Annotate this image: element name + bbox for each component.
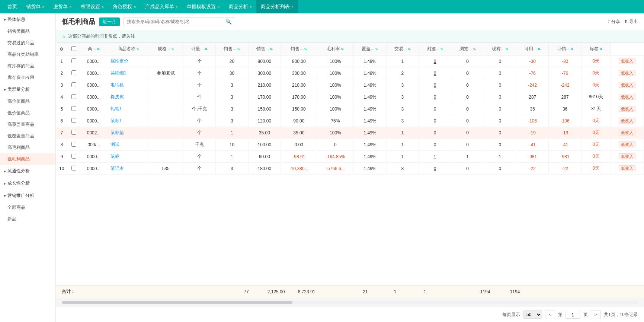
row-trade[interactable]: 0 [419, 67, 451, 79]
sidebar-item-low-coverage[interactable]: 低覆盖量商品 [0, 130, 55, 142]
nav-home[interactable]: 首页 [3, 0, 22, 13]
row-checkbox[interactable] [68, 115, 80, 127]
row-select-checkbox[interactable] [71, 58, 76, 63]
row-trade[interactable]: 0 [419, 115, 451, 127]
sidebar-item-low-value[interactable]: 低价值商品 [0, 107, 55, 119]
close-icon[interactable]: × [102, 4, 104, 9]
col-sale-amount[interactable]: 销售...⇅ [281, 43, 317, 55]
sidebar-item-high-margin[interactable]: 高毛利商品 [0, 142, 55, 153]
nav-product-analysis[interactable]: 商品分析 × [224, 0, 256, 13]
sidebar-item-low-margin[interactable]: 低毛利商品 [0, 153, 55, 165]
row-checkbox[interactable] [68, 55, 80, 67]
close-icon[interactable]: × [176, 4, 178, 9]
row-name[interactable]: 属性定价 [108, 55, 148, 67]
row-checkbox[interactable] [68, 91, 80, 103]
nav-product-entry[interactable]: 产成品入库单 × [141, 0, 182, 13]
close-icon[interactable]: × [291, 4, 294, 9]
share-button[interactable]: ⤴ 分享 [608, 19, 620, 25]
row-trade[interactable]: 0 [419, 55, 451, 67]
date-filter-button[interactable]: 近一月 [99, 17, 120, 26]
sidebar-group-growth[interactable]: ▸ 成长性分析 [0, 177, 55, 189]
nav-sales-order[interactable]: 销货单 × [22, 0, 49, 13]
col-code[interactable]: 商...⇅ [80, 43, 108, 55]
row-select-checkbox[interactable] [71, 130, 76, 135]
nav-role-auth[interactable]: 角色授权 × [108, 0, 140, 13]
sidebar-group-cluster[interactable]: ▾ 类群量分析 [0, 83, 55, 96]
sidebar-item-all-products[interactable]: 全部商品 [0, 202, 55, 213]
sidebar-group-overall[interactable]: ▾ 整体信息 [0, 13, 55, 26]
row-checkbox[interactable] [68, 151, 80, 163]
row-checkbox[interactable] [68, 79, 80, 91]
nav-permissions[interactable]: 权限设置 × [76, 0, 108, 13]
row-select-checkbox[interactable] [71, 70, 76, 75]
row-checkbox[interactable] [68, 103, 80, 115]
page-number-input[interactable] [565, 311, 580, 319]
sidebar-item-capital-usage[interactable]: 库存资金占用 [0, 72, 55, 83]
search-input[interactable] [127, 19, 225, 24]
row-trade[interactable]: 0 [419, 127, 451, 139]
col-settings[interactable]: ⚙ [56, 43, 68, 55]
row-select-checkbox[interactable] [71, 154, 76, 159]
sidebar-item-new-products[interactable]: 新品 [0, 213, 55, 225]
nav-purchase-order[interactable]: 进货单 × [49, 0, 76, 13]
row-select-checkbox[interactable] [71, 94, 76, 99]
sidebar-item-traded-products[interactable]: 交易过的商品 [0, 37, 55, 49]
row-name[interactable]: 吴细细1 [108, 67, 148, 79]
next-page-button[interactable]: ＞ [591, 310, 601, 319]
row-select-checkbox[interactable] [71, 82, 76, 87]
sidebar-item-category-rate[interactable]: 商品分类助销率 [0, 49, 55, 60]
col-current-stock[interactable]: 现有...⇅ [484, 43, 516, 55]
nav-product-analysis-list[interactable]: 商品分析列表 × [256, 0, 298, 13]
col-sale-qty[interactable]: 销售...⇅ [216, 43, 248, 55]
col-browse2[interactable]: 浏览...⇅ [451, 43, 484, 55]
nav-template-settings[interactable]: 单据模板设置 × [182, 0, 224, 13]
row-trade[interactable]: 0 [419, 91, 451, 103]
row-name[interactable]: 笔记本 [108, 163, 148, 175]
col-checkbox[interactable] [68, 43, 80, 55]
select-all-checkbox[interactable] [71, 46, 76, 51]
row-select-checkbox[interactable] [71, 166, 76, 170]
row-trade[interactable]: 0 [419, 103, 451, 115]
row-name[interactable]: 鼠标垫 [108, 127, 148, 139]
col-sale-price[interactable]: 销售...⇅ [248, 43, 281, 55]
col-gross-margin[interactable]: 毛利率⇅ [317, 43, 354, 55]
col-name[interactable]: 商品名称⇅ [108, 43, 148, 55]
row-trade[interactable]: 1 [419, 151, 451, 163]
row-name[interactable]: 鼠标1 [108, 115, 148, 127]
col-available[interactable]: 可用...⇅ [516, 43, 549, 55]
row-trade[interactable]: 0 [419, 139, 451, 151]
row-checkbox[interactable] [68, 139, 80, 151]
sidebar-item-stock-products[interactable]: 有库存的商品 [0, 60, 55, 72]
row-trade[interactable]: 0 [419, 163, 451, 175]
sidebar-item-high-coverage[interactable]: 高覆盖量商品 [0, 119, 55, 130]
prev-page-button[interactable]: ＜ [545, 310, 555, 319]
row-checkbox[interactable] [68, 163, 80, 175]
row-select-checkbox[interactable] [71, 142, 76, 147]
col-saleable[interactable]: 可销...⇅ [549, 43, 581, 55]
col-spec[interactable]: 规格...⇅ [148, 43, 183, 55]
search-icon[interactable]: 🔍 [225, 19, 232, 25]
row-name[interactable]: 鼠标 [108, 151, 148, 163]
close-icon[interactable]: × [134, 4, 136, 9]
col-tag[interactable]: 标签⇅ [581, 43, 611, 55]
sidebar-item-sales-products[interactable]: 销售类商品 [0, 26, 55, 37]
col-trade[interactable]: 交易...⇅ [386, 43, 419, 55]
row-checkbox[interactable] [68, 67, 80, 79]
row-select-checkbox[interactable] [71, 118, 76, 123]
close-icon[interactable]: × [42, 4, 44, 9]
export-button[interactable]: ⬆ 导出 [624, 19, 638, 25]
close-icon[interactable]: × [69, 4, 71, 9]
col-coverage[interactable]: 覆盖...⇅ [354, 43, 386, 55]
row-name[interactable]: 橡皮擦 [108, 91, 148, 103]
close-icon[interactable]: × [217, 4, 220, 9]
row-trade[interactable]: 0 [419, 79, 451, 91]
row-name[interactable]: 测试 [108, 139, 148, 151]
horizontal-scrollbar-thumb[interactable] [62, 301, 292, 304]
sidebar-item-high-value[interactable]: 高价值商品 [0, 96, 55, 107]
row-name[interactable]: 铅笔1 [108, 103, 148, 115]
close-icon[interactable]: × [250, 4, 252, 9]
page-size-select[interactable]: 20 50 100 [523, 310, 542, 319]
row-name[interactable]: 电话机 [108, 79, 148, 91]
col-browse1[interactable]: 浏览...⇅ [419, 43, 451, 55]
sidebar-group-circulation[interactable]: ▸ 流通性分析 [0, 165, 55, 177]
